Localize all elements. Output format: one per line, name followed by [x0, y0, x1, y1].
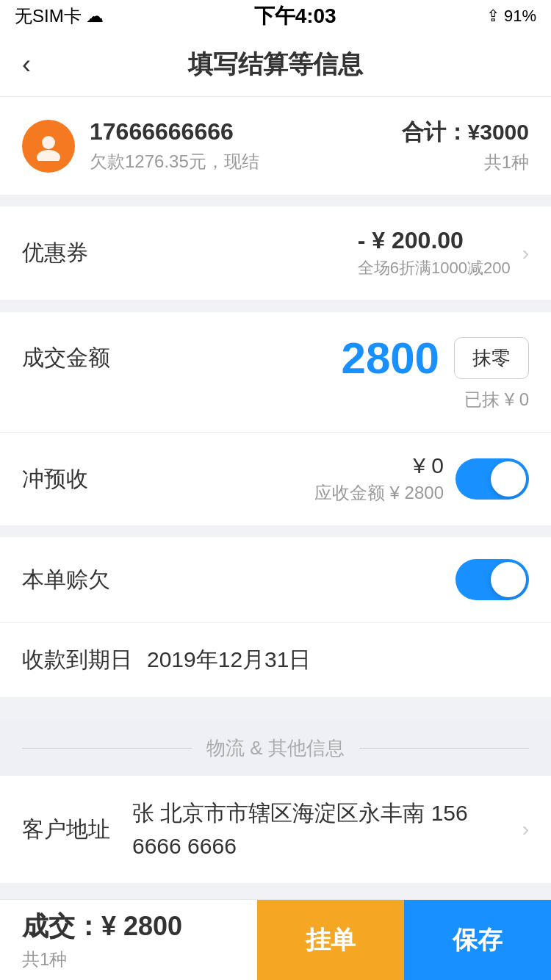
section-divider-1: [0, 300, 551, 312]
prereceive-section: 冲预收 ¥ 0 应收金额 ¥ 2800: [0, 433, 551, 525]
debt-toggle[interactable]: [455, 559, 529, 600]
avatar: [22, 120, 75, 173]
logistics-line-right: [359, 748, 529, 749]
coupon-row[interactable]: 优惠券 - ¥ 200.00 全场6折满1000减200 ›: [0, 206, 551, 300]
page-title: 填写结算等信息: [188, 48, 363, 82]
duedate-value: 2019年12月31日: [147, 645, 311, 675]
duedate-row: 收款到期日 2019年12月31日: [22, 645, 529, 675]
save-button[interactable]: 保存: [404, 900, 551, 981]
prereceive-row: 冲预收 ¥ 0 应收金额 ¥ 2800: [22, 453, 529, 505]
customer-debt: 欠款1276.35元，现结: [90, 150, 259, 173]
status-left: 无SIM卡 ☁: [15, 4, 104, 28]
bottom-count: 共1种: [22, 948, 235, 971]
bottom-buttons: 挂单 保存: [257, 900, 551, 981]
avatar-icon: [34, 131, 63, 161]
prereceive-receivable: 应收金额 ¥ 2800: [314, 481, 444, 505]
total-amount: 合计：¥3000: [402, 118, 529, 148]
customer-left: 17666666666 欠款1276.35元，现结: [22, 118, 259, 173]
svg-point-0: [42, 136, 55, 149]
coupon-right: - ¥ 200.00 全场6折满1000减200 ›: [358, 227, 529, 279]
deal-sub: 已抹 ¥ 0: [22, 388, 529, 411]
coupon-label: 优惠券: [22, 238, 88, 268]
status-bar: 无SIM卡 ☁ 下午4:03 ⇪ 91%: [0, 0, 551, 32]
sim-status: 无SIM卡 ☁: [15, 4, 104, 28]
bottom-deal-row: 成交：¥ 2800: [22, 909, 235, 945]
duedate-label: 收款到期日: [22, 645, 132, 675]
deal-amount: 2800: [342, 333, 439, 383]
bottom-deal-amount: ¥ 2800: [101, 911, 182, 941]
logistics-line-left: [22, 748, 192, 749]
section-divider-2: [0, 525, 551, 537]
content: 17666666666 欠款1276.35元，现结 合计：¥3000 共1种 优…: [0, 97, 551, 980]
address-label: 客户地址: [22, 815, 110, 845]
prereceive-toggle[interactable]: [455, 458, 529, 500]
total-count: 共1种: [402, 151, 529, 174]
back-button[interactable]: ‹: [22, 49, 31, 80]
customer-phone: 17666666666: [90, 118, 259, 145]
debt-label: 本单赊欠: [22, 565, 110, 595]
address-section[interactable]: 客户地址 张 北京市市辖区海淀区永丰南 156 6666 6666 ›: [0, 776, 551, 883]
coupon-desc: 全场6折满1000减200: [358, 257, 511, 279]
customer-info: 17666666666 欠款1276.35元，现结: [90, 118, 259, 173]
address-chevron: ›: [522, 818, 529, 841]
chevron-right-icon: ›: [522, 818, 529, 841]
coupon-amount: - ¥ 200.00: [358, 227, 511, 254]
logistics-text: 物流 & 其他信息: [206, 735, 345, 761]
nav-bar: ‹ 填写结算等信息: [0, 32, 551, 97]
deal-label: 成交金额: [22, 343, 110, 373]
prereceive-label: 冲预收: [22, 464, 88, 494]
prereceive-amount: ¥ 0: [314, 453, 444, 478]
deal-section: 成交金额 2800 抹零 已抹 ¥ 0: [0, 312, 551, 433]
pending-button[interactable]: 挂单: [257, 900, 404, 981]
prereceive-info: ¥ 0 应收金额 ¥ 2800: [314, 453, 444, 505]
deal-row: 成交金额 2800 抹零: [22, 333, 529, 383]
deal-right: 2800 抹零: [342, 333, 529, 383]
bottom-deal-label: 成交：: [22, 911, 101, 941]
customer-right: 合计：¥3000 共1种: [402, 118, 529, 174]
status-right: ⇪ 91%: [486, 7, 536, 26]
address-value: 张 北京市市辖区海淀区永丰南 156 6666 6666: [132, 796, 522, 862]
customer-card: 17666666666 欠款1276.35元，现结 合计：¥3000 共1种: [0, 97, 551, 195]
battery-icon: ⇪: [486, 7, 500, 26]
coupon-info: - ¥ 200.00 全场6折满1000减200: [358, 227, 511, 279]
round-zero-button[interactable]: 抹零: [454, 337, 529, 379]
section-divider-3: [0, 709, 551, 721]
svg-point-1: [37, 150, 60, 161]
bottom-summary: 成交：¥ 2800 共1种: [0, 909, 257, 971]
bottom-bar: 成交：¥ 2800 共1种 挂单 保存: [0, 899, 551, 980]
logistics-divider: 物流 & 其他信息: [0, 721, 551, 776]
prereceive-right: ¥ 0 应收金额 ¥ 2800: [314, 453, 529, 505]
chevron-right-icon: ›: [522, 242, 529, 265]
duedate-section: 收款到期日 2019年12月31日: [0, 622, 551, 697]
battery-percent: 91%: [504, 7, 536, 26]
debt-section: 本单赊欠: [0, 537, 551, 622]
status-time: 下午4:03: [254, 2, 336, 30]
